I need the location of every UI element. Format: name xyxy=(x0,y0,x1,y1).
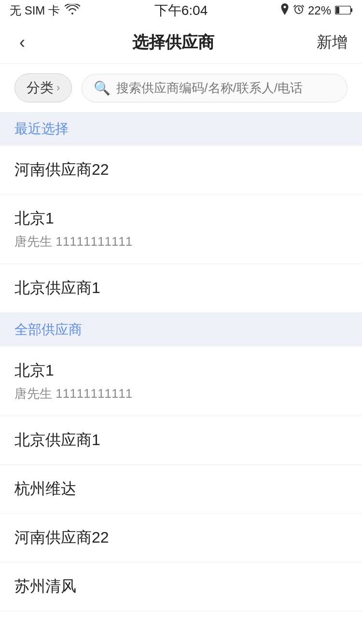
location-icon xyxy=(280,3,290,18)
chevron-right-icon: › xyxy=(56,82,60,94)
all-list-item[interactable]: 北京1唐先生 11111111111 xyxy=(0,347,362,416)
status-time: 下午6:04 xyxy=(154,1,208,20)
status-right: 22% xyxy=(280,3,352,18)
all-list-item[interactable]: 北京供应商1 xyxy=(0,416,362,465)
search-input[interactable] xyxy=(116,81,335,96)
nav-bar: ‹ 选择供应商 新增 xyxy=(0,21,362,64)
recent-list-item[interactable]: 河南供应商22 xyxy=(0,146,362,195)
svg-rect-2 xyxy=(351,8,352,12)
new-action-button[interactable]: 新增 xyxy=(317,32,348,53)
item-name: 北京供应商1 xyxy=(14,278,348,299)
all-list-item[interactable]: 杭州维达 xyxy=(0,465,362,514)
category-button[interactable]: 分类 › xyxy=(14,73,72,102)
item-name: 北京1 xyxy=(14,208,348,229)
all-list-item[interactable]: 河南供应商22 xyxy=(0,514,362,562)
battery-icon xyxy=(335,4,352,17)
recent-list-item[interactable]: 北京1唐先生 11111111111 xyxy=(0,195,362,264)
status-bar: 无 SIM 卡 下午6:04 22% xyxy=(0,0,362,21)
all-section-header: 全部供应商 xyxy=(0,313,362,347)
filter-bar: 分类 › 🔍 xyxy=(0,64,362,112)
battery-percent: 22% xyxy=(308,4,331,17)
recent-items-list: 河南供应商22北京1唐先生 11111111111北京供应商1 xyxy=(0,146,362,313)
recent-section-header: 最近选择 xyxy=(0,112,362,146)
item-name: 杭州维达 xyxy=(14,478,348,500)
svg-rect-3 xyxy=(336,7,339,14)
item-name: 河南供应商22 xyxy=(14,527,348,548)
page-title: 选择供应商 xyxy=(132,31,214,54)
alarm-icon xyxy=(293,4,304,17)
item-sub: 唐先生 11111111111 xyxy=(14,233,348,250)
back-button[interactable]: ‹ xyxy=(14,28,30,57)
item-sub: 唐先生 11111111111 xyxy=(14,385,348,402)
item-name: 北京供应商1 xyxy=(14,430,348,451)
category-label: 分类 xyxy=(27,79,54,97)
recent-list-item[interactable]: 北京供应商1 xyxy=(0,264,362,313)
all-section-label: 全部供应商 xyxy=(14,322,82,337)
item-name: 河南供应商22 xyxy=(14,159,348,181)
all-items-list: 北京1唐先生 11111111111北京供应商1杭州维达河南供应商22苏州清风 xyxy=(0,347,362,611)
search-box: 🔍 xyxy=(82,74,348,102)
recent-section-label: 最近选择 xyxy=(14,121,69,136)
status-left: 无 SIM 卡 xyxy=(10,3,80,18)
item-name: 苏州清风 xyxy=(14,576,348,597)
wifi-icon xyxy=(65,4,80,17)
item-name: 北京1 xyxy=(14,360,348,381)
search-icon: 🔍 xyxy=(94,80,111,96)
all-list-item[interactable]: 苏州清风 xyxy=(0,562,362,611)
sim-text: 无 SIM 卡 xyxy=(10,3,60,18)
